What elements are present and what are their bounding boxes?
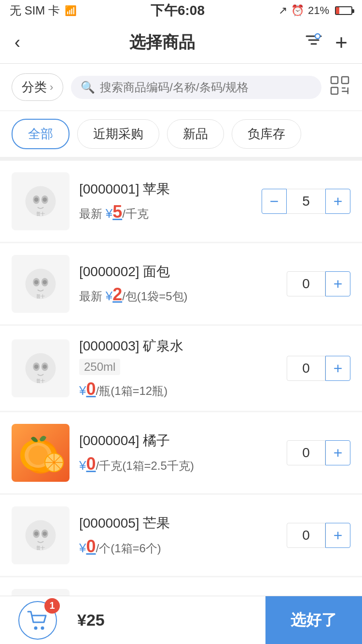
product-info-0000004: [0000004] 橘子 ¥0/千克(1箱=2.5千克) <box>79 432 277 474</box>
list-item: 普十 [0000005] 芒果 ¥0/个(1箱=6个) + <box>0 495 362 576</box>
list-item: 普十 [0000002] 面包 最新 ¥2/包(1袋=5包) + <box>0 243 362 325</box>
confirm-button[interactable]: 选好了 <box>265 596 362 644</box>
product-image-0000003: 普十 <box>12 339 70 397</box>
category-button[interactable]: 分类 › <box>12 73 63 101</box>
list-item: 普十 [0000003] 矿泉水 250ml ¥0/瓶(1箱=12瓶) + <box>0 326 362 411</box>
product-price-0000002: 最新 ¥2/包(1袋=5包) <box>79 284 277 305</box>
price-unit: /瓶(1箱=12瓶) <box>96 384 168 397</box>
svg-point-3 <box>315 34 320 39</box>
svg-text:普十: 普十 <box>36 211 45 216</box>
list-item: 普十 [0000001] 苹果 最新 ¥5/千克 − + <box>0 161 362 242</box>
owl-placeholder: 普十 <box>24 351 57 385</box>
status-bar: 无 SIM 卡 📶 下午6:08 ↗ ⏰ 21% <box>0 0 362 21</box>
status-time: 下午6:08 <box>151 1 205 20</box>
search-icon: 🔍 <box>81 81 95 94</box>
product-name-0000005: [0000005] 芒果 <box>79 515 277 532</box>
product-info-0000002: [0000002] 面包 最新 ¥2/包(1袋=5包) <box>79 263 277 305</box>
product-image-0000004 <box>12 424 70 482</box>
product-spec-0000003: 250ml <box>79 359 120 375</box>
tab-bar: 全部 近期采购 新品 负库存 <box>0 111 362 161</box>
svg-rect-6 <box>331 87 338 94</box>
cart-badge: 1 <box>44 598 60 614</box>
add-icon[interactable]: + <box>335 30 348 55</box>
location-icon: ↗ <box>278 4 287 17</box>
cart-total: ¥25 <box>68 611 265 630</box>
quantity-control-0000005: + <box>287 523 350 548</box>
svg-point-42 <box>34 532 39 536</box>
filter-icon[interactable] <box>304 30 323 54</box>
price-unit: /个(1箱=6个) <box>96 542 161 555</box>
minus-button-0000001[interactable]: − <box>262 189 287 214</box>
alarm-icon: ⏰ <box>291 4 304 17</box>
price-number: 0 <box>86 454 96 474</box>
svg-point-13 <box>34 197 39 202</box>
plus-button-0000002[interactable]: + <box>325 271 350 296</box>
owl-placeholder: 普十 <box>24 267 57 301</box>
plus-button-0000004[interactable]: + <box>325 440 350 465</box>
quantity-input-0000002[interactable] <box>287 271 325 296</box>
quantity-input-0000005[interactable] <box>287 523 325 548</box>
quantity-control-0000001: − + <box>262 189 350 214</box>
product-price-0000005: ¥0/个(1箱=6个) <box>79 536 277 557</box>
tab-new[interactable]: 新品 <box>167 119 224 149</box>
svg-point-43 <box>42 532 47 536</box>
product-image-0000001: 普十 <box>12 172 70 230</box>
svg-rect-4 <box>331 77 338 84</box>
search-input[interactable] <box>100 81 312 94</box>
product-list: 普十 [0000001] 苹果 最新 ¥5/千克 − + <box>0 161 362 644</box>
price-unit: /千克(1箱=2.5千克) <box>96 459 194 472</box>
category-label: 分类 <box>22 79 47 96</box>
price-number: 5 <box>112 202 122 222</box>
svg-text:普十: 普十 <box>36 294 45 299</box>
tab-negative[interactable]: 负库存 <box>232 119 301 149</box>
quantity-input-0000001[interactable] <box>287 189 325 214</box>
svg-rect-5 <box>342 77 348 84</box>
wifi-icon: 📶 <box>65 5 77 16</box>
yen-sign: ¥ <box>79 458 86 473</box>
quantity-input-0000003[interactable] <box>287 356 325 381</box>
product-name-0000004: [0000004] 橘子 <box>79 432 277 449</box>
price-number: 0 <box>86 536 96 556</box>
product-image-0000002: 普十 <box>12 255 70 313</box>
cart-icon-wrapper: 1 <box>0 601 68 640</box>
search-area: 分类 › 🔍 <box>0 64 362 111</box>
plus-button-0000005[interactable]: + <box>325 523 350 548</box>
svg-point-25 <box>34 364 39 369</box>
svg-point-14 <box>42 197 47 202</box>
quantity-input-0000004[interactable] <box>287 440 325 465</box>
product-image-0000005: 普十 <box>12 506 70 564</box>
product-price-0000001: 最新 ¥5/千克 <box>79 202 252 222</box>
price-number: 0 <box>86 379 96 399</box>
product-info-0000003: [0000003] 矿泉水 250ml ¥0/瓶(1箱=12瓶) <box>79 337 277 399</box>
search-box: 🔍 <box>71 76 321 99</box>
yen-sign: ¥ <box>106 206 112 221</box>
list-item: [0000004] 橘子 ¥0/千克(1箱=2.5千克) + <box>0 412 362 494</box>
quantity-control-0000002: + <box>287 271 350 296</box>
product-name-0000003: [0000003] 矿泉水 <box>79 337 277 355</box>
plus-button-0000001[interactable]: + <box>325 189 350 214</box>
tab-all[interactable]: 全部 <box>12 119 70 149</box>
owl-placeholder: 普十 <box>24 518 57 552</box>
scan-icon[interactable] <box>329 75 350 100</box>
plus-button-0000003[interactable]: + <box>325 356 350 381</box>
battery-text: 21% <box>308 4 329 17</box>
svg-rect-9 <box>348 87 349 94</box>
price-prefix: 最新 <box>79 207 102 220</box>
back-button[interactable]: ‹ <box>14 32 20 53</box>
svg-point-19 <box>34 280 39 284</box>
product-info-0000005: [0000005] 芒果 ¥0/个(1箱=6个) <box>79 515 277 556</box>
price-number: 2 <box>112 284 122 304</box>
price-prefix: 最新 <box>79 290 102 303</box>
quantity-control-0000003: + <box>287 356 350 381</box>
yen-sign: ¥ <box>106 289 112 303</box>
svg-point-26 <box>42 364 47 369</box>
nav-actions: + <box>304 30 348 55</box>
page-title: 选择商品 <box>129 31 195 54</box>
svg-point-20 <box>42 280 47 284</box>
cart-bar: 1 ¥25 选好了 <box>0 596 362 644</box>
tab-recent[interactable]: 近期采购 <box>77 119 159 149</box>
product-name-0000001: [0000001] 苹果 <box>79 181 252 198</box>
yen-sign: ¥ <box>79 541 86 555</box>
product-name-0000002: [0000002] 面包 <box>79 263 277 280</box>
cart-icon[interactable]: 1 <box>18 601 57 640</box>
